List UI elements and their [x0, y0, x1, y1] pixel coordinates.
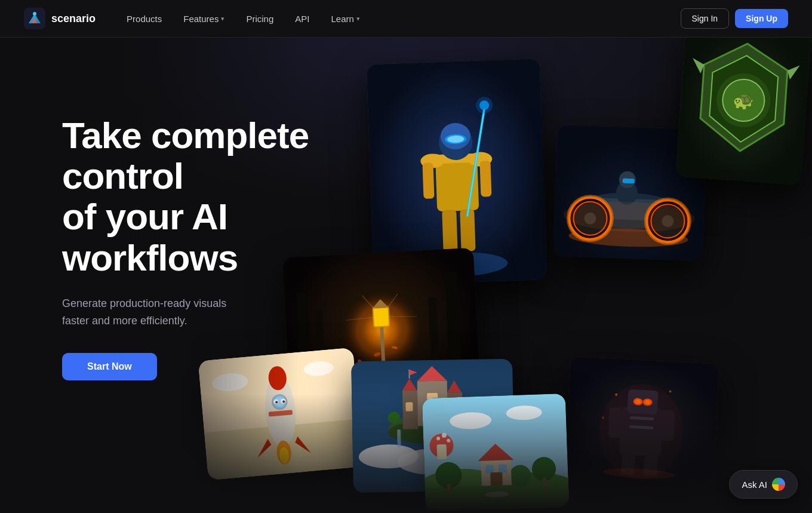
logo[interactable]: scenario [24, 8, 96, 29]
svg-rect-98 [405, 403, 413, 411]
robot-image [564, 357, 719, 484]
hero-title: Take complete control of your AI workflo… [62, 115, 388, 278]
svg-rect-34 [623, 179, 635, 184]
svg-rect-12 [442, 210, 457, 252]
hero-section: Take complete control of your AI workflo… [0, 38, 812, 513]
nav-products[interactable]: Products [117, 9, 171, 29]
svg-point-1 [33, 12, 36, 16]
village-image [422, 394, 569, 512]
nav-right: Sign In Sign Up [681, 8, 788, 29]
ask-ai-button[interactable]: Ask AI [729, 470, 798, 499]
ask-ai-icon [772, 478, 785, 491]
nav-links: Products Features ▾ Pricing API Learn ▾ [117, 9, 370, 29]
nav-features[interactable]: Features ▾ [174, 9, 234, 29]
svg-rect-137 [499, 464, 507, 472]
robot-card [564, 357, 719, 484]
signin-button[interactable]: Sign In [681, 8, 730, 29]
shield-image: 🐢 [675, 38, 811, 185]
learn-chevron-icon: ▾ [356, 15, 360, 23]
hero-content: Take complete control of your AI workflo… [0, 38, 388, 380]
features-chevron-icon: ▾ [221, 15, 224, 23]
svg-rect-143 [436, 444, 447, 460]
svg-rect-133 [543, 478, 547, 490]
nav-api[interactable]: API [285, 9, 319, 29]
svg-rect-138 [490, 472, 503, 486]
signup-button[interactable]: Sign Up [735, 9, 788, 28]
hero-subtitle: Generate production-ready visuals faster… [62, 295, 388, 330]
nav-left: scenario Products Features ▾ Pricing API… [24, 8, 370, 29]
svg-rect-132 [447, 484, 451, 496]
ask-ai-label: Ask AI [742, 480, 767, 490]
village-card [422, 394, 569, 512]
svg-rect-136 [485, 465, 494, 473]
svg-rect-18 [422, 162, 434, 199]
logo-icon [24, 8, 45, 29]
shield-card: 🐢 [675, 38, 811, 185]
nav-pricing[interactable]: Pricing [236, 9, 283, 29]
svg-rect-19 [479, 161, 491, 197]
svg-rect-105 [397, 429, 401, 447]
navbar: scenario Products Features ▾ Pricing API… [0, 0, 812, 38]
start-now-button[interactable]: Start Now [62, 353, 157, 380]
nav-learn[interactable]: Learn ▾ [322, 9, 370, 29]
logo-text: scenario [51, 13, 96, 25]
